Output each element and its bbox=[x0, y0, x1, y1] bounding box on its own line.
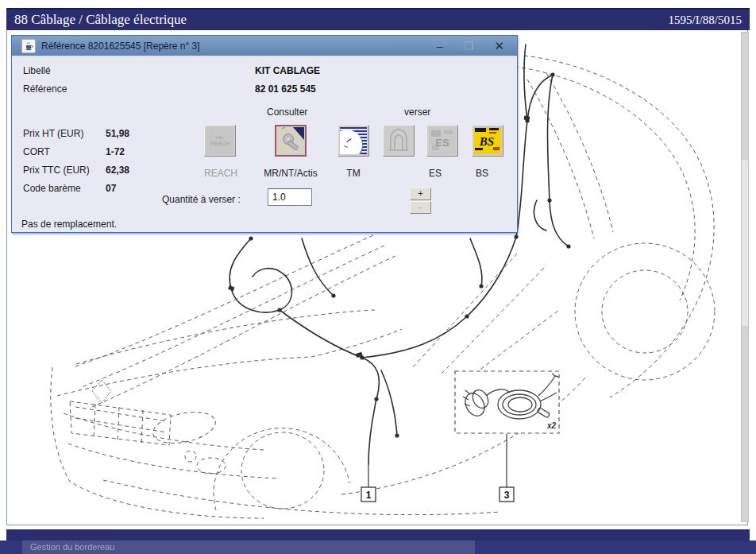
es-button[interactable]: ES bbox=[426, 125, 458, 157]
tm-button[interactable] bbox=[338, 125, 369, 157]
time-chart-icon bbox=[340, 127, 367, 154]
page-title: 88 Câblage / Câblage électrique bbox=[14, 12, 187, 28]
vertical-scrollbar[interactable] bbox=[741, 32, 749, 522]
verser-section-label: verser bbox=[404, 107, 430, 118]
quantity-minus-button: - bbox=[410, 201, 431, 214]
reference-value: 82 01 625 545 bbox=[255, 83, 316, 95]
minimize-icon[interactable]: – bbox=[437, 41, 443, 52]
libelle-value: KIT CABLAGE bbox=[255, 65, 320, 76]
document-code: 1595/I/88/5015 bbox=[669, 14, 742, 27]
close-icon[interactable]: ✕ bbox=[494, 41, 504, 52]
reach-icon-line2: REACH bbox=[210, 141, 230, 146]
price-block: Prix HT (EUR)51,98 CORT1-72 Prix TTC (EU… bbox=[23, 125, 129, 198]
field-libelle: LibelléKIT CABLAGE bbox=[23, 62, 320, 80]
prix-ttc-label: Prix TTC (EUR) bbox=[23, 161, 106, 180]
prix-ht-label: Prix HT (EUR) bbox=[23, 125, 106, 143]
maximize-icon[interactable]: ❒ bbox=[464, 41, 474, 52]
es-caption: ES bbox=[429, 168, 442, 179]
reach-document-icon: Info. REACH bbox=[206, 127, 233, 154]
window-controls: – ❒ ✕ bbox=[437, 41, 507, 52]
es-estimate-icon: ES bbox=[429, 127, 456, 154]
code-bareme-label: Code barème bbox=[23, 180, 106, 198]
reach-button: Info. REACH bbox=[204, 125, 236, 157]
section-header-bar: 88 Câblage / Câblage électrique 1595/I/8… bbox=[6, 8, 750, 30]
cort-label: CORT bbox=[23, 143, 106, 161]
price-row-bareme: Code barème07 bbox=[23, 180, 129, 198]
bottom-divider-bar bbox=[6, 529, 750, 540]
bs-slip-icon: BS bbox=[474, 127, 501, 154]
libelle-label: Libellé bbox=[23, 62, 255, 80]
quantity-input[interactable] bbox=[268, 188, 312, 206]
reach-caption: REACH bbox=[204, 168, 237, 179]
code-bareme-value: 07 bbox=[106, 183, 116, 194]
bs-caption: BS bbox=[476, 168, 488, 179]
reference-dialog: Référence 8201625545 [Repère n° 3] – ❒ ✕… bbox=[11, 35, 518, 233]
replacement-note: Pas de remplacement. bbox=[21, 219, 117, 230]
price-row-cort: CORT1-72 bbox=[23, 143, 129, 161]
price-row-ht: Prix HT (EUR)51,98 bbox=[23, 125, 129, 143]
reach-icon-line1: Info. bbox=[215, 135, 225, 141]
dialog-titlebar[interactable]: Référence 8201625545 [Repère n° 3] – ❒ ✕ bbox=[12, 36, 517, 56]
prix-ht-value: 51,98 bbox=[106, 128, 129, 139]
field-reference: Référence82 01 625 545 bbox=[23, 80, 320, 99]
java-coffee-cup-icon bbox=[21, 39, 36, 53]
scrollbar-thumb[interactable] bbox=[742, 160, 748, 326]
parts-catalog-window: x2 1 3 88 Câblage / Câblage électrique 1… bbox=[0, 0, 756, 554]
wrench-manual-icon bbox=[277, 127, 304, 154]
svg-text:ES: ES bbox=[435, 137, 449, 149]
bs-button[interactable]: BS bbox=[472, 125, 503, 157]
verser-disabled-button bbox=[383, 125, 415, 157]
taskbar: Gestion du bordereau bbox=[0, 540, 756, 554]
dialog-title: Référence 8201625545 [Repère n° 3] bbox=[41, 41, 200, 52]
archive-columns-icon bbox=[385, 127, 412, 154]
mr-nt-actis-caption: MR/NT/Actis bbox=[264, 168, 317, 179]
quantity-plus-button[interactable]: + bbox=[410, 188, 431, 200]
svg-text:BS: BS bbox=[479, 135, 494, 148]
price-row-ttc: Prix TTC (EUR)62,38 bbox=[23, 161, 129, 180]
quantity-label: Quantité à verser : bbox=[162, 194, 241, 205]
cort-value: 1-72 bbox=[106, 146, 125, 157]
consulter-section-label: Consulter bbox=[267, 107, 307, 118]
reference-label: Référence bbox=[23, 80, 255, 99]
prix-ttc-value: 62,38 bbox=[106, 165, 129, 176]
dialog-body: LibelléKIT CABLAGE Référence82 01 625 54… bbox=[12, 56, 517, 232]
mr-nt-actis-button[interactable] bbox=[275, 125, 307, 157]
taskbar-item[interactable]: Gestion du bordereau bbox=[22, 540, 475, 554]
field-rows: LibelléKIT CABLAGE Référence82 01 625 54… bbox=[23, 62, 320, 99]
tm-caption: TM bbox=[346, 168, 360, 179]
